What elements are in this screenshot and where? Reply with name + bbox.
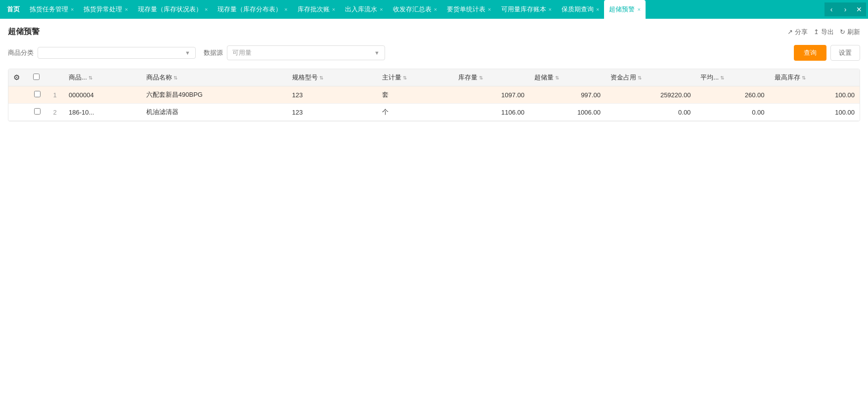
cell-product_name-1: 机油滤清器 xyxy=(141,104,287,121)
refresh-icon: ↻ xyxy=(840,28,845,36)
sort-icon-unit: ⇅ xyxy=(403,75,407,80)
col-label-stock: 库存量 xyxy=(458,74,477,81)
settings-button[interactable]: 设置 xyxy=(830,45,860,61)
nav-close-all-btn[interactable]: ✕ xyxy=(852,2,866,16)
col-spec[interactable]: 规格型号⇅ xyxy=(287,69,377,86)
cell-capital-0: 259220.00 xyxy=(606,86,695,104)
category-label: 商品分类 xyxy=(8,48,34,57)
col-overstock[interactable]: 超储量⇅ xyxy=(529,69,606,86)
nav-tab-8[interactable]: 可用量库存账本× xyxy=(496,0,557,19)
row-cb-1[interactable] xyxy=(34,108,41,115)
col-settings[interactable]: ⚙ xyxy=(8,69,28,86)
nav-tab-6[interactable]: 收发存汇总表× xyxy=(388,0,442,19)
col-label-capital: 资金占用 xyxy=(610,74,636,81)
share-button[interactable]: ↗ 分享 xyxy=(787,28,808,37)
cell-capital-1: 0.00 xyxy=(606,104,695,121)
nav-tab-4[interactable]: 库存批次账× xyxy=(293,0,340,19)
nav-home[interactable]: 首页 xyxy=(2,0,25,19)
sort-icon-avg: ⇅ xyxy=(720,75,724,80)
col-max_stock[interactable]: 最高库存⇅ xyxy=(770,69,860,86)
page-header: 超储预警 ↗ 分享 ↥ 导出 ↻ 刷新 xyxy=(8,27,860,37)
nav-tab-close-0[interactable]: × xyxy=(71,6,74,12)
nav-tab-1[interactable]: 拣货异常处理× xyxy=(79,0,132,19)
row-checkbox-0[interactable] xyxy=(28,86,46,104)
nav-tab-close-9[interactable]: × xyxy=(596,6,599,12)
col-label-max_stock: 最高库存 xyxy=(775,74,800,81)
nav-tab-close-3[interactable]: × xyxy=(284,6,287,12)
nav-tab-close-10[interactable]: × xyxy=(637,6,640,12)
cell-avg-1: 0.00 xyxy=(695,104,769,121)
nav-tab-label-8: 可用量库存账本 xyxy=(501,5,546,14)
nav-tab-9[interactable]: 保质期查询× xyxy=(557,0,604,19)
nav-tab-label-6: 收发存汇总表 xyxy=(393,5,432,14)
datasource-dropdown-icon: ▼ xyxy=(374,50,380,56)
cell-spec-0: 123 xyxy=(287,86,377,104)
cell-max_stock-1: 100.00 xyxy=(770,104,860,121)
nav-tab-label-5: 出入库流水 xyxy=(345,5,377,14)
export-button[interactable]: ↥ 导出 xyxy=(814,28,834,37)
cell-stock-0: 1097.00 xyxy=(453,86,529,104)
nav-tab-label-9: 保质期查询 xyxy=(562,5,594,14)
sort-icon-product_name: ⇅ xyxy=(174,75,177,80)
cell-product_name-0: 六配套新昌490BPG xyxy=(141,86,287,104)
nav-tab-label-10: 超储预警 xyxy=(609,5,635,14)
nav-prev-btn[interactable]: ‹ xyxy=(825,2,838,16)
cell-overstock-1: 1006.00 xyxy=(529,104,606,121)
nav-tab-close-5[interactable]: × xyxy=(380,6,383,12)
nav-tab-2[interactable]: 现存量（库存状况表）× xyxy=(133,0,213,19)
col-stock[interactable]: 库存量⇅ xyxy=(453,69,529,86)
query-button[interactable]: 查询 xyxy=(794,45,826,61)
filter-actions: 查询 设置 xyxy=(794,45,860,61)
col-unit[interactable]: 主计量⇅ xyxy=(377,69,453,86)
col-checkbox[interactable] xyxy=(28,69,46,86)
col-label-product_name: 商品名称 xyxy=(146,74,172,81)
nav-tab-3[interactable]: 现存量（库存分布表）× xyxy=(213,0,292,19)
table-container: ⚙商品...⇅商品名称⇅规格型号⇅主计量⇅库存量⇅超储量⇅资金占用⇅平均...⇅… xyxy=(8,69,860,121)
datasource-select-text: 可用量 xyxy=(232,48,252,57)
col-capital[interactable]: 资金占用⇅ xyxy=(606,69,695,86)
page-container: 超储预警 ↗ 分享 ↥ 导出 ↻ 刷新 商品分类 ▼ 数据源 xyxy=(0,19,868,395)
datasource-select[interactable]: 可用量 ▼ xyxy=(227,45,385,60)
nav-tab-close-4[interactable]: × xyxy=(332,6,335,12)
nav-tab-5[interactable]: 出入库流水× xyxy=(340,0,388,19)
category-dropdown-icon: ▼ xyxy=(185,50,190,56)
col-product_code[interactable]: 商品...⇅ xyxy=(64,69,141,86)
sort-icon-capital: ⇅ xyxy=(638,75,642,80)
nav-tab-0[interactable]: 拣货任务管理× xyxy=(25,0,79,19)
col-label-avg: 平均... xyxy=(700,74,719,81)
cell-max_stock-0: 100.00 xyxy=(770,86,860,104)
nav-tab-close-7[interactable]: × xyxy=(488,6,491,12)
category-filter-group: 商品分类 ▼ xyxy=(8,47,196,59)
nav-arrows: ‹ › ✕ xyxy=(825,2,866,16)
category-select[interactable]: ▼ xyxy=(38,47,196,59)
page-title: 超储预警 xyxy=(8,27,40,37)
nav-tab-label-1: 拣货异常处理 xyxy=(84,5,122,14)
data-table: ⚙商品...⇅商品名称⇅规格型号⇅主计量⇅库存量⇅超储量⇅资金占用⇅平均...⇅… xyxy=(8,69,860,121)
nav-tab-label-0: 拣货任务管理 xyxy=(30,5,68,14)
sort-icon-spec: ⇅ xyxy=(319,75,323,80)
nav-tab-7[interactable]: 要货单统计表× xyxy=(442,0,496,19)
row-gear-0[interactable] xyxy=(8,86,28,104)
cell-unit-0: 套 xyxy=(377,86,453,104)
row-gear-1[interactable] xyxy=(8,104,28,121)
sort-icon-max_stock: ⇅ xyxy=(802,75,806,80)
nav-tab-10[interactable]: 超储预警× xyxy=(604,0,645,19)
row-cb-0[interactable] xyxy=(34,91,41,97)
nav-tab-close-8[interactable]: × xyxy=(549,6,552,12)
col-avg[interactable]: 平均...⇅ xyxy=(695,69,769,86)
datasource-filter-group: 数据源 可用量 ▼ xyxy=(204,45,385,60)
nav-tab-label-3: 现存量（库存分布表） xyxy=(217,5,282,14)
filter-row: 商品分类 ▼ 数据源 可用量 ▼ 查询 设置 xyxy=(8,45,860,61)
row-checkbox-1[interactable] xyxy=(28,104,46,121)
nav-next-btn[interactable]: › xyxy=(838,2,852,16)
cell-unit-1: 个 xyxy=(377,104,453,121)
export-icon: ↥ xyxy=(814,28,819,36)
col-product_name[interactable]: 商品名称⇅ xyxy=(141,69,287,86)
nav-tab-close-2[interactable]: × xyxy=(205,6,208,12)
nav-tab-close-6[interactable]: × xyxy=(434,6,437,12)
col-label-overstock: 超储量 xyxy=(534,74,554,81)
row-num-0: 1 xyxy=(46,86,64,104)
refresh-button[interactable]: ↻ 刷新 xyxy=(840,28,860,37)
nav-tab-close-1[interactable]: × xyxy=(125,6,128,12)
select-all-checkbox[interactable] xyxy=(33,74,40,80)
